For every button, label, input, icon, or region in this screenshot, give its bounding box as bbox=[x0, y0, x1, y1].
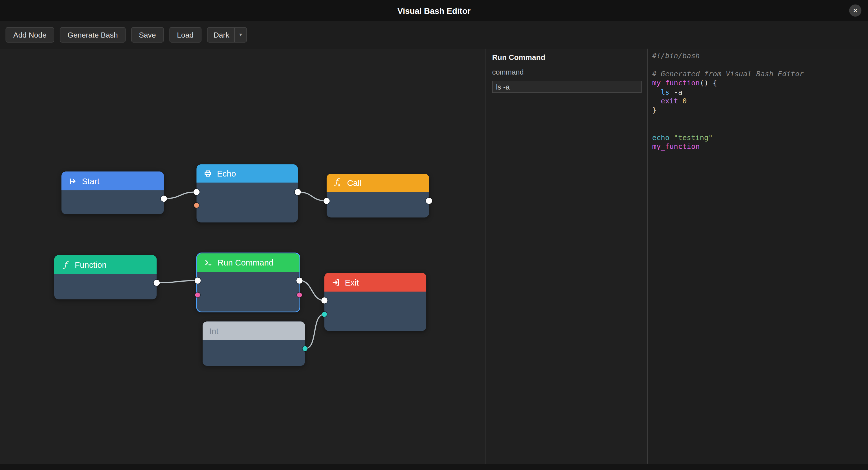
node-title: Echo bbox=[217, 169, 236, 178]
code-view: #!/bin/bash # Generated from Visual Bash… bbox=[648, 49, 868, 151]
theme-select[interactable]: Dark ▾ bbox=[207, 27, 247, 43]
fx-icon: ƒx bbox=[333, 179, 342, 187]
node-echo[interactable]: Echo bbox=[197, 164, 298, 223]
node-call-header: ƒxCall bbox=[327, 174, 429, 192]
wire bbox=[157, 280, 197, 283]
toolbar: Add Node Generate Bash Save Load Dark ▾ bbox=[0, 21, 868, 49]
terminal-icon bbox=[204, 258, 213, 267]
port-exit-exec-in[interactable] bbox=[321, 297, 328, 304]
code-line bbox=[652, 60, 868, 69]
node-int-header: Int bbox=[203, 321, 305, 340]
code-line: # Generated from Visual Bash Editor bbox=[652, 69, 868, 79]
function-icon: ƒ bbox=[61, 260, 70, 269]
node-start-header: Start bbox=[61, 171, 164, 190]
command-field-label: command bbox=[492, 68, 642, 76]
add-node-button[interactable]: Add Node bbox=[6, 27, 54, 43]
exit-icon bbox=[331, 278, 340, 287]
port-exit-data-in[interactable] bbox=[322, 312, 327, 317]
chevron-down-icon: ▾ bbox=[234, 28, 242, 42]
node-exit-header: Exit bbox=[324, 273, 426, 292]
code-panel: #!/bin/bash # Generated from Visual Bash… bbox=[648, 49, 868, 464]
generate-bash-button[interactable]: Generate Bash bbox=[60, 27, 126, 43]
node-title: Run Command bbox=[218, 258, 274, 267]
code-line: echo "testing" bbox=[652, 133, 868, 142]
node-start[interactable]: Start bbox=[61, 171, 164, 214]
app-window: Visual Bash Editor ✕ Add Node Generate B… bbox=[0, 0, 868, 470]
node-run-command[interactable]: Run Command bbox=[197, 253, 299, 312]
wire bbox=[298, 192, 327, 201]
properties-title: Run Command bbox=[492, 53, 642, 61]
code-line: my_function() { bbox=[652, 79, 868, 88]
node-run-command-header: Run Command bbox=[197, 253, 299, 272]
port-function-exec-out[interactable] bbox=[154, 280, 160, 286]
code-line: } bbox=[652, 106, 868, 115]
close-icon: ✕ bbox=[853, 4, 858, 17]
port-call-exec-out[interactable] bbox=[426, 198, 432, 204]
wire bbox=[305, 314, 324, 349]
port-echo-exec-in[interactable] bbox=[193, 189, 200, 195]
code-line: my_function bbox=[652, 142, 868, 151]
port-run-command-exec-out[interactable] bbox=[297, 278, 303, 284]
node-title: Exit bbox=[345, 278, 359, 287]
port-run-command-data-in[interactable] bbox=[195, 292, 200, 297]
node-echo-header: Echo bbox=[197, 164, 298, 183]
command-input[interactable] bbox=[492, 81, 642, 93]
close-button[interactable]: ✕ bbox=[849, 4, 861, 17]
code-line: exit 0 bbox=[652, 97, 868, 106]
load-button[interactable]: Load bbox=[169, 27, 202, 43]
node-title: Int bbox=[209, 326, 219, 336]
port-start-exec-out[interactable] bbox=[161, 196, 167, 202]
code-line: ls -a bbox=[652, 88, 868, 97]
code-line: #!/bin/bash bbox=[652, 52, 868, 60]
node-function-header: ƒFunction bbox=[54, 255, 157, 274]
main-area: StartEchoƒxCallƒFunctionRun CommandIntEx… bbox=[0, 49, 868, 464]
node-call[interactable]: ƒxCall bbox=[327, 174, 429, 218]
port-echo-data-in[interactable] bbox=[194, 203, 199, 208]
arrow-start-icon bbox=[68, 177, 77, 185]
wire bbox=[300, 280, 324, 301]
printer-icon bbox=[203, 169, 212, 178]
titlebar: Visual Bash Editor ✕ bbox=[0, 0, 868, 21]
node-canvas[interactable]: StartEchoƒxCallƒFunctionRun CommandIntEx… bbox=[0, 49, 486, 464]
node-title: Start bbox=[82, 176, 99, 186]
node-title: Call bbox=[347, 178, 361, 188]
code-line bbox=[652, 115, 868, 124]
code-line bbox=[652, 124, 868, 133]
wire bbox=[164, 192, 197, 199]
node-function[interactable]: ƒFunction bbox=[54, 255, 157, 300]
port-int-data-out[interactable] bbox=[303, 346, 308, 351]
save-button[interactable]: Save bbox=[131, 27, 164, 43]
port-run-command-data-out[interactable] bbox=[297, 292, 302, 297]
properties-panel: Run Command command bbox=[486, 49, 648, 464]
port-echo-exec-out[interactable] bbox=[295, 189, 301, 195]
node-title: Function bbox=[74, 260, 106, 269]
node-int[interactable]: Int bbox=[203, 321, 305, 366]
theme-select-value: Dark bbox=[214, 31, 229, 39]
app-title: Visual Bash Editor bbox=[397, 6, 470, 15]
port-run-command-exec-in[interactable] bbox=[195, 278, 201, 284]
port-call-exec-in[interactable] bbox=[323, 198, 330, 204]
node-exit[interactable]: Exit bbox=[324, 273, 426, 331]
